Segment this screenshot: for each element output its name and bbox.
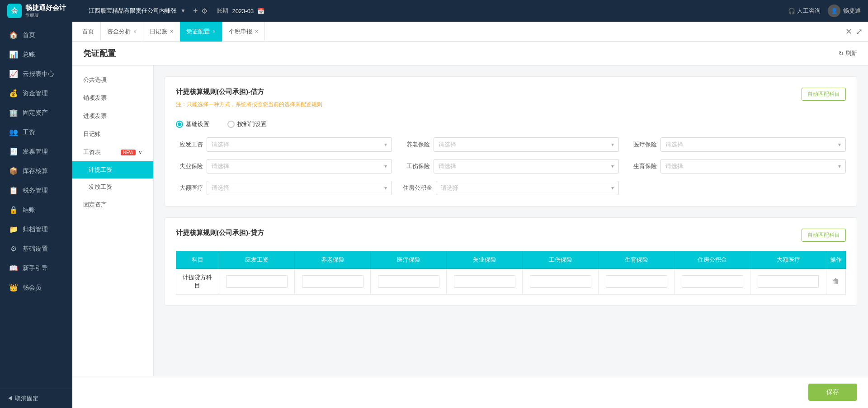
tab-tax-report-close[interactable]: × xyxy=(255,28,258,35)
sidebar-item-archive[interactable]: 📁 归档管理 xyxy=(0,220,72,239)
left-nav-salary-table-group[interactable]: 工资表 NEW ∨ xyxy=(72,143,153,161)
sidebar-item-close[interactable]: 🔒 结账 xyxy=(0,200,72,220)
sidebar-item-settings[interactable]: ⚙ 基础设置 xyxy=(0,239,72,258)
page-header: 凭证配置 ↻ 刷新 xyxy=(72,42,868,66)
sidebar-item-salary[interactable]: 👥 工资 xyxy=(0,122,72,142)
cell-yanglao-input-td xyxy=(295,269,371,295)
tab-fund-analysis[interactable]: 资金分析 × xyxy=(101,22,143,42)
radio-dept-settings[interactable]: 按部门设置 xyxy=(227,120,267,128)
input-gongshang[interactable] xyxy=(530,275,591,288)
cell-shengyu-input-td xyxy=(599,269,675,295)
left-nav-sales-invoice[interactable]: 销项发票 xyxy=(72,89,153,107)
field-dae-yiliao: 大额医疗 请选择 ▾ xyxy=(176,181,392,195)
select-yingfa-placeholder: 请选择 xyxy=(212,141,229,149)
delete-row-btn[interactable]: 🗑 xyxy=(832,277,840,286)
debit-section-note: 注：只能选择一种方式，系统将按照您当前的选择来配置规则 xyxy=(176,101,322,108)
company-selector[interactable]: 江西服宝精品有限责任公司内账张 ▼ + ⚙ 账期 2023-03 📅 xyxy=(80,6,788,16)
radio-basic-settings[interactable]: 基础设置 xyxy=(176,120,209,128)
select-yanglao[interactable]: 请选择 ▾ xyxy=(434,137,619,152)
select-gongshang[interactable]: 请选择 ▾ xyxy=(434,159,619,174)
company-name: 江西服宝精品有限责任公司内账张 xyxy=(89,7,177,15)
add-account-btn[interactable]: + xyxy=(193,6,198,16)
tab-bar: 首页 资金分析 × 日记账 × 凭证配置 × 个税申报 × ✕ ⤢ xyxy=(72,22,868,42)
left-nav-fixed-assets[interactable]: 固定资产 xyxy=(72,196,153,214)
calendar-icon[interactable]: 📅 xyxy=(257,8,264,14)
label-gongshang: 工伤保险 xyxy=(403,162,430,170)
tab-tax-report[interactable]: 个税申报 × xyxy=(222,22,265,42)
select-shiye-arrow: ▾ xyxy=(384,163,387,169)
select-shiye[interactable]: 请选择 ▾ xyxy=(207,159,392,174)
input-yiliao[interactable] xyxy=(378,275,439,288)
period-value: 2023-03 xyxy=(232,8,254,14)
input-dae-yiliao[interactable] xyxy=(758,275,819,288)
select-shengyu-arrow: ▾ xyxy=(838,163,841,169)
input-yanglao[interactable] xyxy=(302,275,363,288)
select-yanglao-arrow: ▾ xyxy=(611,141,614,148)
settings-icon[interactable]: ⚙ xyxy=(201,7,208,15)
label-shengyu: 生育保险 xyxy=(630,162,657,170)
field-gongshang: 工伤保险 请选择 ▾ xyxy=(403,159,619,174)
reports-icon: 📈 xyxy=(9,70,18,78)
sidebar-label-settings: 基础设置 xyxy=(23,245,48,253)
cancel-fixed-label: ◀ 取消固定 xyxy=(7,394,38,403)
select-shengyu[interactable]: 请选择 ▾ xyxy=(660,159,846,174)
input-shiye[interactable] xyxy=(454,275,515,288)
sidebar-label-archive: 归档管理 xyxy=(23,225,48,234)
invoice-icon: 🧾 xyxy=(9,147,18,156)
sidebar-label-close: 结账 xyxy=(23,206,35,214)
sidebar-item-vip[interactable]: 👑 畅会员 xyxy=(0,278,72,297)
select-yiliao[interactable]: 请选择 ▾ xyxy=(660,137,846,152)
sidebar-item-inventory[interactable]: 📦 库存核算 xyxy=(0,161,72,181)
save-btn[interactable]: 保存 xyxy=(808,384,857,401)
sidebar-label-guide: 新手引导 xyxy=(23,264,48,272)
left-nav-accrual-salary[interactable]: 计提工资 xyxy=(72,161,153,178)
credit-auto-match-btn[interactable]: 自动匹配科目 xyxy=(802,229,846,242)
select-dae-yiliao-arrow: ▾ xyxy=(384,185,387,191)
input-gongjijin[interactable] xyxy=(682,275,743,288)
cancel-fixed-btn[interactable]: ◀ 取消固定 xyxy=(0,389,72,408)
sidebar-item-home[interactable]: 🏠 首页 xyxy=(0,25,72,45)
tab-voucher-config-close[interactable]: × xyxy=(212,28,216,35)
refresh-btn[interactable]: ↻ 刷新 xyxy=(839,49,857,57)
sidebar-item-assets[interactable]: 🏢 固定资产 xyxy=(0,103,72,122)
col-shiye: 失业保险 xyxy=(447,251,523,269)
select-yingfa[interactable]: 请选择 ▾ xyxy=(207,137,392,152)
input-shengyu[interactable] xyxy=(606,275,667,288)
tab-home[interactable]: 首页 xyxy=(76,22,101,42)
tab-tax-report-label: 个税申报 xyxy=(229,28,252,36)
user-avatar: 👤 xyxy=(828,5,840,17)
select-dae-yiliao[interactable]: 请选择 ▾ xyxy=(207,181,392,195)
sidebar-item-ledger[interactable]: 📊 总账 xyxy=(0,45,72,64)
col-yingfa: 应发工资 xyxy=(219,251,295,269)
tab-journal[interactable]: 日记账 × xyxy=(143,22,180,42)
left-nav-purchase-invoice[interactable]: 进项发票 xyxy=(72,107,153,125)
company-dropdown-icon[interactable]: ▼ xyxy=(180,8,186,14)
tab-journal-label: 日记账 xyxy=(150,28,167,36)
tab-journal-close[interactable]: × xyxy=(170,28,173,35)
sidebar-item-funds[interactable]: 💰 资金管理 xyxy=(0,84,72,103)
field-yingfa-gongzi: 应发工资 请选择 ▾ xyxy=(176,137,392,152)
tab-bar-actions: ✕ ⤢ xyxy=(840,27,868,37)
tab-fund-analysis-close[interactable]: × xyxy=(133,28,137,35)
select-yingfa-arrow: ▾ xyxy=(384,141,387,148)
ai-consult-btn[interactable]: 🎧 人工咨询 xyxy=(788,7,821,15)
field-gongjijin: 住房公积金 请选择 ▾ xyxy=(403,181,619,195)
input-yingfa[interactable] xyxy=(226,275,288,288)
select-gongjijin[interactable]: 请选择 ▾ xyxy=(436,181,619,195)
left-nav-journal[interactable]: 日记账 xyxy=(72,125,153,143)
guide-icon: 📖 xyxy=(9,264,18,272)
sidebar-item-tax[interactable]: 📋 税务管理 xyxy=(0,181,72,200)
sidebar-item-reports[interactable]: 📈 云报表中心 xyxy=(0,64,72,84)
tab-voucher-config[interactable]: 凭证配置 × xyxy=(180,22,222,42)
sidebar-item-guide[interactable]: 📖 新手引导 xyxy=(0,258,72,278)
sidebar-item-invoice[interactable]: 🧾 发票管理 xyxy=(0,142,72,161)
debit-section-title: 计提核算规则(公司承担)-借方 xyxy=(176,88,322,96)
content-area: 首页 资金分析 × 日记账 × 凭证配置 × 个税申报 × ✕ ⤢ xyxy=(72,22,868,408)
left-nav-pay-salary[interactable]: 发放工资 xyxy=(72,178,153,196)
archive-icon: 📁 xyxy=(9,225,18,234)
close-all-tabs-btn[interactable]: ✕ xyxy=(845,27,852,37)
debit-auto-match-btn[interactable]: 自动匹配科目 xyxy=(802,88,846,101)
expand-btn[interactable]: ⤢ xyxy=(856,27,863,37)
left-nav-public[interactable]: 公共选项 xyxy=(72,71,153,89)
sidebar-label-ledger: 总账 xyxy=(23,51,35,59)
